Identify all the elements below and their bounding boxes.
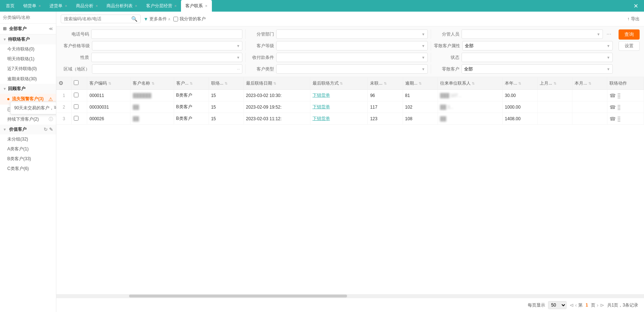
col-last-way[interactable]: 最后联络方式 ⇅ [310, 77, 368, 90]
more-action-icon[interactable]: ⣿ [617, 104, 621, 110]
row-checkbox[interactable] [74, 116, 79, 121]
sidebar-item-declining[interactable]: 持续下滑客户(2) ⓘ [0, 114, 56, 124]
phone-input[interactable] [91, 29, 242, 39]
close-icon[interactable]: × [65, 4, 67, 8]
col-contact-person[interactable]: 往来单位联系人 ⇅ [438, 77, 502, 90]
sidebar-item-today[interactable]: 今天待联络(0) [0, 44, 56, 54]
more-action-icon[interactable]: ⣿ [617, 116, 621, 122]
sidebar-section-value[interactable]: ▼ 价值客户 ↻ ✎ [0, 125, 56, 134]
col-overdue[interactable]: 逾期... ⇅ [403, 77, 438, 90]
status-select[interactable]: ▼ [462, 53, 613, 62]
col-this-month[interactable]: 本月... ⇅ [572, 77, 607, 90]
close-icon[interactable]: × [96, 4, 98, 8]
row-checkbox[interactable] [74, 104, 79, 109]
next-page-button[interactable]: › [597, 302, 599, 308]
type-select[interactable]: ▼ [276, 64, 427, 74]
more-filter-button[interactable]: ▼ 更多条件 ∧ [144, 16, 170, 22]
sidebar-all-customers[interactable]: ⊞ 全部客户 ≪ [0, 24, 56, 35]
row-checkbox-cell[interactable] [72, 90, 87, 101]
tab-purchase-order[interactable]: 进货单 × [45, 0, 71, 12]
contact-way-link[interactable]: 下销货单 [313, 104, 330, 109]
contact-way-link[interactable]: 下销货单 [313, 93, 330, 98]
window-close-button[interactable]: ✕ [629, 3, 643, 9]
sidebar-item-tomorrow[interactable]: 明天待联络(1) [0, 54, 56, 64]
my-customers-checkbox[interactable] [173, 17, 178, 21]
filter-cell-retail: 零散客户 全部 ▼ [431, 64, 616, 74]
col-this-year[interactable]: 本年... ⇅ [503, 77, 538, 90]
nature-select[interactable]: ▼ [91, 53, 242, 62]
sidebar-section-pending[interactable]: ▼ 待联络客户 [0, 35, 56, 44]
sidebar-section-review[interactable]: ▼ 回顾客户 [0, 84, 56, 94]
tab-customer-contact[interactable]: 客户联系 × [181, 0, 212, 12]
more-action-icon[interactable]: ⣿ [617, 93, 621, 98]
tab-customer-tier[interactable]: 客户分层经营 × [142, 0, 181, 12]
contact-count: 15 [209, 101, 243, 113]
search-button[interactable]: 🔍 [131, 16, 137, 22]
this-year-amount: 1408.00 [503, 113, 538, 125]
price-level-select[interactable]: ▼ [92, 41, 242, 50]
sidebar-item-class-b[interactable]: B类客户(33) [0, 154, 56, 164]
contact-way-link[interactable]: 下销货单 [313, 116, 330, 121]
col-unlinked[interactable]: 未联... ⇅ [368, 77, 403, 90]
manager-select[interactable]: ▼ [462, 29, 603, 39]
close-icon[interactable]: × [39, 4, 41, 8]
filter-cell-region: 区域（地区） ··· [61, 64, 246, 74]
chevron-down-icon: ▼ [607, 56, 610, 60]
sidebar-item-class-a[interactable]: A类客户(1) [0, 144, 56, 154]
payment-select[interactable]: ▼ [276, 53, 427, 62]
export-button[interactable]: ↑ 导出 [627, 16, 640, 22]
row-checkbox-cell[interactable] [72, 101, 87, 113]
close-icon[interactable]: × [205, 4, 207, 8]
retail-select[interactable]: 全部 ▼ [462, 64, 613, 74]
close-icon[interactable]: × [135, 4, 137, 8]
per-page-select[interactable]: 50 100 200 [548, 301, 567, 309]
col-checkbox[interactable] [72, 77, 87, 90]
contact-action-icon[interactable]: ☎ [609, 93, 616, 98]
col-name[interactable]: 客户名称 ⇅ [130, 77, 174, 90]
horizontal-scrollbar[interactable] [56, 294, 644, 298]
query-button[interactable]: 查询 [619, 29, 640, 40]
tab-product-analysis-list[interactable]: 商品分析列表 × [102, 0, 141, 12]
tab-product-analysis[interactable]: 商品分析 × [72, 0, 102, 12]
contact-person: ███ 107... [438, 90, 502, 101]
my-customers-filter[interactable]: 我分管的客户 [173, 16, 206, 22]
sidebar-item-class-c[interactable]: C类客户(6) [0, 164, 56, 174]
col-contact[interactable]: 联络... ⇅ [209, 77, 243, 90]
search-input[interactable] [64, 16, 131, 21]
first-page-button[interactable]: ⊲ [569, 302, 574, 308]
contact-person: ██ [438, 113, 502, 125]
col-last-date[interactable]: 最后联络日期 ⇅ [243, 77, 310, 90]
sidebar-item-overdue[interactable]: 逾期未联络(30) [0, 74, 56, 84]
contact-action-icon[interactable]: ☎ [609, 104, 616, 110]
row-checkbox-cell[interactable] [72, 113, 87, 125]
edit-icon[interactable]: ✎ [49, 127, 53, 132]
close-icon[interactable]: × [174, 4, 177, 8]
col-last-month[interactable]: 上月... ⇅ [538, 77, 572, 90]
overdue-days: 108 [403, 113, 438, 125]
tab-home[interactable]: 首页 [1, 0, 19, 12]
settings-button[interactable]: 设置 [619, 41, 640, 51]
dept-select[interactable]: ▼ [276, 29, 427, 39]
sidebar-item-unclassified[interactable]: 未分组(32) [0, 134, 56, 144]
prev-page-button[interactable]: ‹ [575, 302, 577, 308]
filter-row-1: 电话号码 分管部门 ▼ 分管人员 [61, 29, 616, 39]
more-icon[interactable]: ··· [605, 31, 613, 37]
scrollbar-thumb[interactable] [129, 295, 347, 297]
chevron-down-icon: ▼ [597, 32, 600, 36]
phone-label: 电话号码 [64, 31, 89, 37]
contact-action-icon[interactable]: ☎ [609, 116, 616, 122]
select-all-checkbox[interactable] [74, 80, 79, 85]
row-checkbox[interactable] [74, 93, 79, 97]
col-settings[interactable]: ⚙ [56, 77, 72, 90]
tab-sales-order[interactable]: 销货单 × [19, 0, 45, 12]
retail-attr-select[interactable]: 全部 ▼ [462, 41, 613, 50]
grade-select[interactable]: ▼ [276, 41, 427, 50]
refresh-icon[interactable]: ↻ [44, 127, 48, 132]
sidebar-item-7days[interactable]: 近7天待联络(0) [0, 64, 56, 74]
col-customer-type[interactable]: 客户... ⇅ [174, 77, 209, 90]
customer-type: B类客户 [174, 90, 209, 101]
last-page-button[interactable]: ⊳ [600, 302, 604, 308]
sidebar-search-input[interactable] [3, 15, 56, 20]
region-select[interactable]: ··· [92, 64, 242, 74]
col-code[interactable]: 客户编码 ⇅ [87, 77, 130, 90]
